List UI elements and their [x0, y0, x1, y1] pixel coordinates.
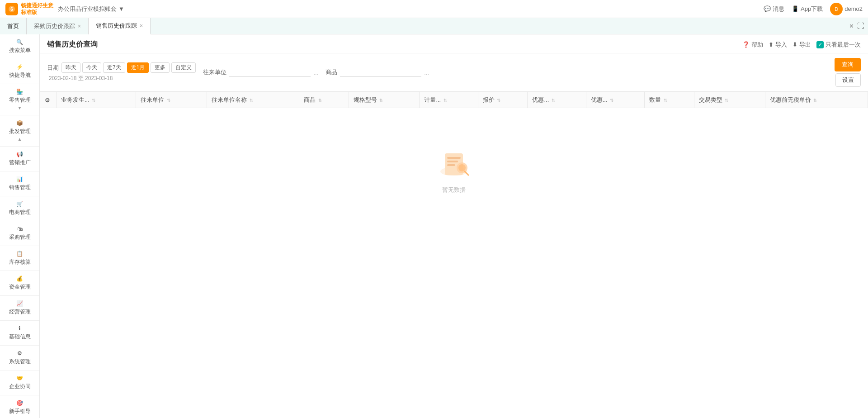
sidebar-item-system-mgmt[interactable]: ⚙ 系统管理	[0, 346, 39, 370]
tab-home[interactable]: 首页	[0, 18, 27, 34]
col-spec-label: 规格型号	[354, 96, 377, 103]
sidebar-label-purchase-mgmt: 采购管理	[9, 233, 31, 241]
sidebar-label-sales-mgmt: 销售管理	[9, 184, 31, 191]
col-biz-date[interactable]: 业务发生... ⇅	[57, 92, 136, 108]
col-biz-date-sort: ⇅	[92, 98, 95, 103]
user-menu[interactable]: D demo2	[830, 3, 863, 15]
only-last-checkbox[interactable]: 只看最后一次	[816, 41, 861, 49]
col-unit-name-sort: ⇅	[250, 98, 253, 103]
col-qty-sort: ⇅	[664, 98, 667, 103]
date-label: 日期	[47, 64, 59, 72]
col-spec[interactable]: 规格型号 ⇅	[349, 92, 420, 108]
table-header: ⚙ 业务发生... ⇅ 往来单位 ⇅ 往来单位名称 ⇅	[40, 92, 868, 108]
main-layout: 🔍 搜索菜单 ⚡ 快捷导航 🏪 零售管理 ▼ 📦 批发管理 ▲ 📢 营销推广 📊…	[0, 34, 868, 418]
help-icon: ❓	[742, 41, 750, 48]
settings-button[interactable]: 设置	[835, 73, 861, 87]
tab-purchase-history[interactable]: 采购历史价跟踪 ×	[27, 18, 89, 34]
fullscreen-action[interactable]: ⛶	[857, 22, 864, 30]
sidebar-label-enterprise-coop: 企业协同	[9, 383, 31, 390]
date-btn-1month[interactable]: 近1月	[127, 62, 149, 73]
sidebar-item-inventory[interactable]: 📋 库存核算	[0, 246, 39, 271]
sidebar-item-new-guide[interactable]: 🎯 新手引导	[0, 395, 39, 418]
avatar-initial: D	[835, 6, 838, 12]
import-action[interactable]: ⬆ 导入	[769, 41, 787, 49]
sidebar-item-search-menu[interactable]: 🔍 搜索菜单	[0, 34, 39, 59]
message-button[interactable]: 💬 消息	[764, 5, 784, 13]
col-discount1-label: 优惠...	[532, 96, 549, 103]
date-btn-7days[interactable]: 近7天	[103, 62, 125, 73]
sidebar-item-marketing[interactable]: 📢 营销推广	[0, 147, 39, 171]
export-icon: ⬇	[793, 41, 797, 48]
quick-nav-icon: ⚡	[16, 64, 23, 70]
svg-text:6: 6	[10, 7, 13, 12]
col-unit[interactable]: 计量... ⇅	[420, 92, 478, 108]
checkbox-icon	[816, 41, 824, 48]
col-unit-code[interactable]: 往来单位 ⇅	[136, 92, 207, 108]
sidebar-item-finance-mgmt[interactable]: 💰 资金管理	[0, 271, 39, 296]
sidebar-item-purchase-mgmt[interactable]: 🛍 采购管理	[0, 221, 39, 246]
from-unit-label: 往来单位	[203, 68, 226, 76]
purchase-tab-close[interactable]: ×	[78, 23, 81, 29]
help-action[interactable]: ❓ 帮助	[742, 41, 763, 49]
from-unit-dots: ...	[313, 69, 318, 76]
sidebar-item-wholesale-mgmt[interactable]: 📦 批发管理 ▲	[0, 115, 39, 147]
home-tab-label: 首页	[7, 22, 19, 30]
col-trade-type-sort: ⇅	[725, 98, 728, 103]
import-label: 导入	[775, 41, 787, 49]
from-unit-input[interactable]	[229, 68, 311, 77]
col-discount1[interactable]: 优惠... ⇅	[528, 92, 586, 108]
col-unit-name[interactable]: 往来单位名称 ⇅	[207, 92, 299, 108]
import-icon: ⬆	[769, 41, 774, 48]
date-btn-more[interactable]: 更多	[151, 62, 170, 73]
page-title: 销售历史价查询	[47, 40, 98, 49]
product-input[interactable]	[340, 68, 421, 77]
col-trade-type[interactable]: 交易类型 ⇅	[694, 92, 765, 108]
svg-point-8	[458, 164, 466, 171]
tab-sales-history[interactable]: 销售历史价跟踪 ×	[89, 18, 151, 34]
export-action[interactable]: ⬇ 导出	[793, 41, 811, 49]
sidebar-label-basic-info: 基础信息	[9, 333, 31, 341]
col-discount1-sort: ⇅	[552, 98, 555, 103]
app-name: 办公用品行业模拟账套	[58, 5, 117, 13]
sidebar-item-quick-nav[interactable]: ⚡ 快捷导航	[0, 59, 39, 84]
sales-tab-close[interactable]: ×	[140, 23, 143, 29]
date-btn-yesterday[interactable]: 昨天	[61, 62, 80, 73]
sidebar-item-ecommerce-mgmt[interactable]: 🛒 电商管理	[0, 196, 39, 221]
query-button[interactable]: 查询	[835, 58, 861, 71]
col-product[interactable]: 商品 ⇅	[299, 92, 349, 108]
empty-state: 暂无数据	[40, 108, 868, 230]
app-selector[interactable]: 办公用品行业模拟账套 ▼	[58, 5, 124, 13]
sidebar-item-basic-info[interactable]: ℹ 基础信息	[0, 321, 39, 346]
table-area: ⚙ 业务发生... ⇅ 往来单位 ⇅ 往来单位名称 ⇅	[40, 92, 868, 418]
date-btn-today[interactable]: 今天	[82, 62, 101, 73]
sidebar-item-retail-mgmt[interactable]: 🏪 零售管理 ▼	[0, 84, 39, 115]
col-quote[interactable]: 报价 ⇅	[478, 92, 528, 108]
logo-text: 畅捷通好生意 标准版	[21, 2, 53, 15]
col-discount2[interactable]: 优惠... ⇅	[586, 92, 644, 108]
col-biz-date-label: 业务发生...	[61, 96, 90, 103]
export-label: 导出	[799, 41, 811, 49]
col-qty[interactable]: 数量 ⇅	[645, 92, 694, 108]
col-unit-label: 计量...	[424, 96, 441, 103]
header-right: 💬 消息 📱 App下载 D demo2	[764, 3, 863, 15]
from-unit-filter-group: 往来单位 ...	[203, 68, 318, 77]
product-label: 商品	[326, 68, 337, 76]
app-download-button[interactable]: 📱 App下载	[792, 5, 823, 13]
sales-tab-label: 销售历史价跟踪	[96, 22, 137, 30]
svg-rect-6	[447, 164, 455, 166]
ecommerce-mgmt-icon: 🛒	[16, 201, 23, 207]
col-settings[interactable]: ⚙	[40, 92, 57, 108]
col-unit-sort: ⇅	[443, 98, 447, 103]
col-spec-sort: ⇅	[379, 98, 383, 103]
svg-rect-4	[447, 157, 461, 159]
col-unit-code-sort: ⇅	[167, 98, 170, 103]
sidebar-label-inventory: 库存核算	[9, 258, 31, 266]
sidebar-item-enterprise-coop[interactable]: 🤝 企业协同	[0, 370, 39, 395]
sidebar-item-sales-mgmt[interactable]: 📊 销售管理	[0, 171, 39, 196]
date-btn-custom[interactable]: 自定义	[171, 62, 196, 73]
close-tab-action[interactable]: ×	[849, 22, 854, 30]
download-icon: 📱	[792, 5, 799, 12]
sidebar-item-ops-mgmt[interactable]: 📈 经营管理	[0, 296, 39, 321]
col-discount2-sort: ⇅	[610, 98, 613, 103]
col-pre-tax-price[interactable]: 优惠前无税单价 ⇅	[765, 92, 868, 108]
